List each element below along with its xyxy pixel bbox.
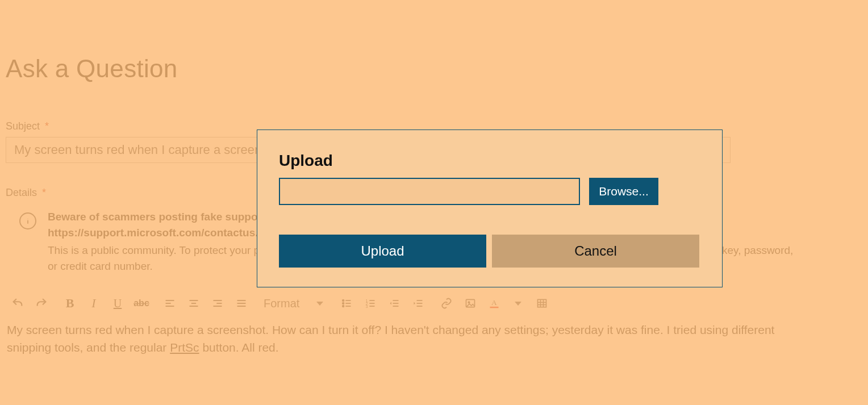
upload-modal-title: Upload: [279, 152, 699, 170]
file-path-input[interactable]: [279, 178, 580, 205]
file-row: Browse...: [279, 178, 699, 205]
browse-button[interactable]: Browse...: [589, 178, 658, 205]
cancel-button[interactable]: Cancel: [492, 235, 699, 268]
ask-question-page: Ask a Question Subject * Details * Bewar…: [0, 0, 868, 405]
modal-actions: Upload Cancel: [279, 235, 699, 268]
upload-modal: Upload Browse... Upload Cancel: [257, 130, 723, 287]
upload-button[interactable]: Upload: [279, 235, 486, 268]
